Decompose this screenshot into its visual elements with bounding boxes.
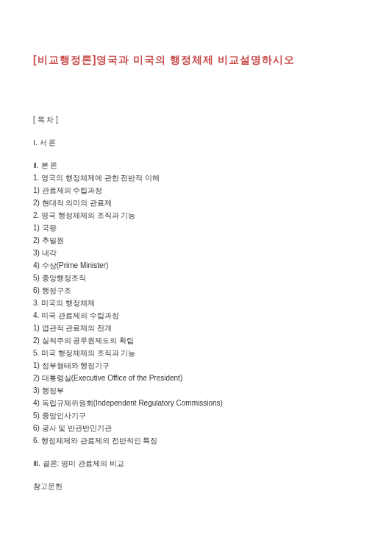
toc-item: 1) 엽관적 관료제의 전개 <box>33 322 359 334</box>
document-title: [비교행정론]영국과 미국의 행정체제 비교설명하시오 <box>33 52 359 69</box>
section-references: 참고문헌 <box>33 480 359 492</box>
toc-item: 2) 대통령실(Executive Office of the Presiden… <box>33 372 359 384</box>
toc-item: 6. 행정체제와 관료제의 전반적인 특징 <box>33 434 359 447</box>
toc-item: 5. 미국 행정체제의 조직과 기능 <box>33 347 359 359</box>
toc-item: 3) 행정부 <box>33 384 359 397</box>
toc-item: 5) 중앙인사기구 <box>33 409 359 422</box>
toc-item: 4) 독립규제위원회(Independent Regulatory Commis… <box>33 397 359 409</box>
toc-item: 2. 영국 행정체제의 조직과 기능 <box>33 209 359 222</box>
toc-item: 1) 국왕 <box>33 222 359 234</box>
toc-label: [ 목 차 ] <box>33 113 359 126</box>
toc-item: 2) 추밀원 <box>33 234 359 247</box>
toc-item: 1. 영국의 행정체제에 관한 전반적 이해 <box>33 172 359 184</box>
section-intro: Ⅰ. 서 론 <box>33 136 359 149</box>
toc-item: 5) 중앙행정조직 <box>33 272 359 284</box>
section-conclusion: Ⅲ. 결론: 영미 관료제의 비교 <box>33 457 359 470</box>
section-body: Ⅱ. 본 론 <box>33 159 359 172</box>
toc-item: 6) 공사 및 반관반민기관 <box>33 422 359 434</box>
toc-item: 3. 미국의 행정체제 <box>33 297 359 309</box>
toc-item: 6) 행정구조 <box>33 284 359 297</box>
toc-item: 2) 실적주의 공무원제도의 확립 <box>33 334 359 347</box>
toc-item: 2) 현대적 의미의 관료제 <box>33 197 359 209</box>
toc-item: 3) 내각 <box>33 247 359 259</box>
toc-item: 1) 정부형태와 행정기구 <box>33 359 359 372</box>
toc-item: 4. 미국 관료제의 수립과정 <box>33 309 359 322</box>
toc-item: 4) 수상(Prime Minister) <box>33 259 359 272</box>
toc-item: 1) 관료제의 수립과정 <box>33 184 359 197</box>
